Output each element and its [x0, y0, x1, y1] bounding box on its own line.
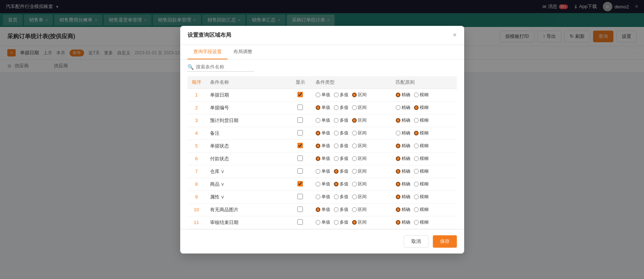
dialog-title: 设置查询区域布局 — [187, 32, 231, 39]
settings-dialog: 设置查询区域布局 × 查询字段设置 布局调整 🔍 顺序 — [180, 26, 464, 73]
dialog-header: 设置查询区域布局 × — [180, 26, 464, 45]
search-input[interactable] — [196, 64, 254, 70]
dialog-close-button[interactable]: × — [453, 32, 457, 38]
dialog-search-area: 🔍 — [180, 60, 464, 73]
search-icon: 🔍 — [187, 64, 194, 70]
search-box: 🔍 — [187, 64, 254, 72]
dialog-tab-query-fields[interactable]: 查询字段设置 — [187, 45, 228, 59]
modal-overlay: 设置查询区域布局 × 查询字段设置 布局调整 🔍 顺序 — [0, 0, 644, 72]
dialog-tab-layout[interactable]: 布局调整 — [228, 45, 258, 59]
dialog-tabs: 查询字段设置 布局调整 — [180, 45, 464, 60]
